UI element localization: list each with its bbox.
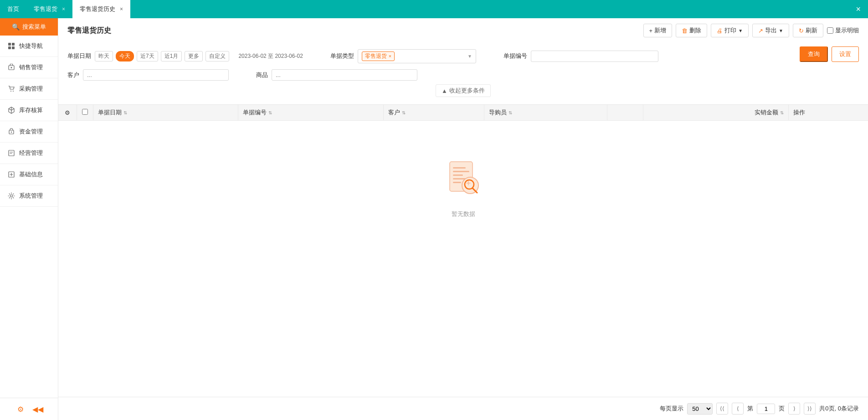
- sidebar-search[interactable]: 🔍 搜索菜单: [0, 18, 58, 36]
- table-settings-icon[interactable]: ⚙: [65, 109, 70, 116]
- tab-home[interactable]: 首页: [0, 0, 26, 18]
- inventory-icon: [7, 106, 15, 114]
- date-btn-yesterday[interactable]: 昨天: [95, 51, 113, 61]
- svg-rect-3: [12, 46, 15, 49]
- tab-retail-return-close[interactable]: ×: [62, 6, 65, 12]
- th-actions: 操作: [789, 105, 868, 121]
- th-actions-label: 操作: [793, 109, 805, 116]
- th-customer-label: 客户: [388, 108, 400, 117]
- th-bill-date[interactable]: 单据日期 ⇅: [93, 105, 238, 121]
- main-layout: 🔍 搜索菜单 快捷导航 销售管理 采购管理 库存核算: [0, 18, 868, 420]
- top-bar: 首页 零售退货 × 零售退货历史 × ×: [0, 0, 868, 18]
- setting-button[interactable]: 设置: [832, 46, 859, 62]
- sidebar-item-finance[interactable]: 资金管理: [0, 121, 58, 143]
- collapse-button[interactable]: ▲ 收起更多条件: [436, 84, 491, 97]
- sidebar-item-label: 经营管理: [19, 149, 43, 157]
- sidebar-item-system[interactable]: 系统管理: [0, 185, 58, 207]
- refresh-button[interactable]: ↻ 刷新: [793, 24, 823, 37]
- svg-rect-1: [12, 43, 15, 46]
- settings-bottom-icon[interactable]: ⚙: [14, 403, 27, 415]
- date-btn-custom[interactable]: 自定义: [205, 51, 229, 61]
- svg-rect-10: [9, 150, 14, 156]
- bill-no-input[interactable]: [531, 51, 658, 62]
- next-page-button[interactable]: ⟩: [788, 403, 800, 415]
- basic-info-icon: [7, 170, 15, 179]
- bill-type-label: 单据类型: [330, 52, 354, 60]
- customer-sort-icon: ⇅: [402, 110, 406, 115]
- print-chevron-icon: ▼: [738, 28, 743, 33]
- tab-retail-return-history-label: 零售退货历史: [80, 5, 115, 13]
- operation-icon: [7, 149, 15, 157]
- th-bill-no[interactable]: 单据编号 ⇅: [238, 105, 384, 121]
- bill-date-sort-icon: ⇅: [123, 110, 127, 115]
- svg-point-5: [11, 67, 12, 68]
- svg-rect-16: [453, 174, 463, 176]
- export-icon: ↗: [758, 27, 763, 34]
- sidebar-item-label: 采购管理: [19, 85, 43, 93]
- export-button-label: 导出: [765, 26, 777, 35]
- page-number-input[interactable]: [757, 404, 775, 414]
- bill-type-select[interactable]: 零售退货 × ▼: [358, 49, 476, 63]
- total-text: 共0页, 0条记录: [819, 405, 859, 413]
- page-label-post: 页: [779, 405, 785, 413]
- sidebar-item-inventory[interactable]: 库存核算: [0, 100, 58, 121]
- goods-input[interactable]: [272, 69, 417, 81]
- amount-sort-icon: ⇅: [780, 110, 784, 115]
- date-btn-1month[interactable]: 近1月: [161, 51, 182, 61]
- delete-icon: 🗑: [682, 27, 688, 34]
- export-button[interactable]: ↗ 导出 ▼: [752, 24, 789, 37]
- select-all-checkbox[interactable]: [82, 109, 88, 115]
- date-btn-more[interactable]: 更多: [185, 51, 203, 61]
- th-amount-label: 实销金额: [755, 108, 778, 117]
- toolbar: + 新增 🗑 删除 🖨 打印 ▼ ↗ 导出 ▼: [643, 24, 859, 37]
- bill-type-tag: 零售退货 ×: [362, 51, 395, 61]
- select-chevron-icon: ▼: [467, 54, 472, 59]
- collapse-label: 收起更多条件: [449, 87, 485, 95]
- sidebar-item-operation[interactable]: 经营管理: [0, 143, 58, 164]
- tab-home-label: 首页: [7, 5, 19, 13]
- empty-row: 暂无数据: [58, 121, 868, 255]
- tab-retail-return[interactable]: 零售退货 ×: [26, 0, 72, 18]
- sidebar-item-quick-nav[interactable]: 快捷导航: [0, 36, 58, 57]
- page-size-select[interactable]: 50 100 200: [687, 403, 713, 415]
- svg-point-12: [10, 195, 13, 197]
- svg-point-9: [11, 132, 12, 133]
- goods-label: 商品: [256, 71, 268, 79]
- sidebar-bottom: ⚙ ◀◀: [0, 398, 58, 420]
- svg-rect-0: [8, 43, 11, 46]
- date-btn-today[interactable]: 今天: [116, 51, 134, 61]
- tab-retail-return-history[interactable]: 零售退货历史 ×: [72, 0, 130, 18]
- last-page-button[interactable]: ⟩⟩: [804, 403, 816, 415]
- query-button[interactable]: 查询: [800, 46, 828, 62]
- filter-row-2: 客户 商品: [67, 69, 859, 81]
- first-page-button[interactable]: ⟨⟨: [716, 403, 728, 415]
- sidebar-item-sales[interactable]: 销售管理: [0, 57, 58, 78]
- th-amount[interactable]: 实销金额 ⇅: [643, 105, 789, 121]
- svg-rect-14: [453, 167, 466, 169]
- window-close-button[interactable]: ×: [848, 5, 868, 14]
- print-button[interactable]: 🖨 打印 ▼: [711, 24, 749, 37]
- tag-label: 零售退货: [365, 52, 387, 60]
- sidebar-item-label: 资金管理: [19, 128, 43, 136]
- svg-point-6: [10, 91, 11, 92]
- sidebar-item-purchase[interactable]: 采购管理: [0, 78, 58, 100]
- sidebar: 🔍 搜索菜单 快捷导航 销售管理 采购管理 库存核算: [0, 18, 58, 420]
- prev-page-button[interactable]: ⟨: [732, 403, 744, 415]
- date-btn-7days[interactable]: 近7天: [137, 51, 158, 61]
- empty-state-icon: [441, 157, 486, 203]
- tab-list: 首页 零售退货 × 零售退货历史 ×: [0, 0, 848, 18]
- customer-input[interactable]: [83, 69, 229, 81]
- tab-retail-return-history-close[interactable]: ×: [120, 6, 123, 12]
- date-range-text: 2023-06-02 至 2023-06-02: [238, 52, 303, 60]
- volume-bottom-icon[interactable]: ◀◀: [31, 403, 44, 415]
- sidebar-item-label: 系统管理: [19, 192, 43, 200]
- add-button[interactable]: + 新增: [643, 24, 673, 37]
- tag-close-icon[interactable]: ×: [389, 53, 391, 59]
- th-guide[interactable]: 导购员 ⇅: [484, 105, 607, 121]
- show-detail-checkbox[interactable]: [827, 27, 833, 34]
- filter-area: 单据日期 昨天 今天 近7天 近1月 更多 自定义 2023-06-02 至 2…: [67, 42, 859, 104]
- sidebar-item-basic-info[interactable]: 基础信息: [0, 164, 58, 185]
- th-settings[interactable]: ⚙: [58, 105, 77, 121]
- th-customer[interactable]: 客户 ⇅: [384, 105, 484, 121]
- delete-button[interactable]: 🗑 删除: [676, 24, 707, 37]
